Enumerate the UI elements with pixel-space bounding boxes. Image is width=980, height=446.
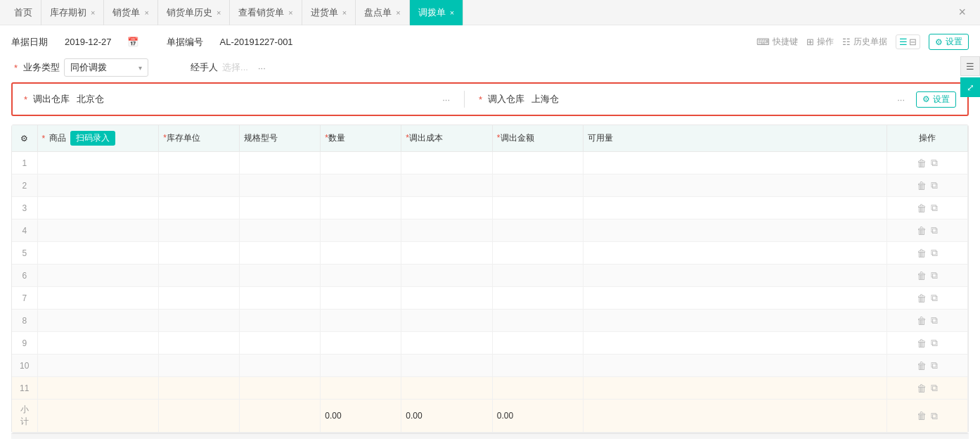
qty-cell[interactable] — [321, 174, 401, 197]
cost-cell[interactable] — [401, 242, 492, 265]
unit-cell[interactable] — [159, 174, 240, 197]
product-cell[interactable] — [37, 287, 159, 310]
product-cell[interactable] — [37, 332, 159, 355]
product-cell[interactable] — [37, 174, 159, 197]
delete-icon[interactable]: 🗑 — [917, 180, 927, 191]
amount-cell[interactable] — [492, 377, 583, 400]
product-cell[interactable] — [37, 310, 159, 332]
unit-cell[interactable] — [159, 265, 240, 287]
delete-icon[interactable]: 🗑 — [917, 360, 927, 371]
copy-icon[interactable]: ⧉ — [931, 337, 938, 349]
tab-inventory-check[interactable]: 盘点单 × — [356, 0, 409, 25]
spec-cell[interactable] — [240, 174, 321, 197]
amount-cell[interactable] — [492, 174, 583, 197]
spec-cell[interactable] — [240, 265, 321, 287]
amount-cell[interactable] — [492, 310, 583, 332]
copy-icon[interactable]: ⧉ — [931, 269, 938, 281]
product-cell[interactable] — [37, 197, 159, 219]
unit-cell[interactable] — [159, 377, 240, 400]
unit-cell[interactable] — [159, 355, 240, 377]
person-select[interactable]: 选择... — [222, 61, 248, 74]
tab-home[interactable]: 首页 — [6, 0, 41, 25]
unit-cell[interactable] — [159, 219, 240, 242]
qty-cell[interactable] — [321, 310, 401, 332]
tab-transfer-order[interactable]: 调拨单 × — [410, 0, 463, 25]
spec-cell[interactable] — [240, 332, 321, 355]
qty-cell[interactable] — [321, 355, 401, 377]
subtotal-copy-icon[interactable]: ⧉ — [931, 410, 938, 422]
layout-toggle[interactable]: ☰ ⊟ — [896, 34, 920, 49]
copy-icon[interactable]: ⧉ — [931, 382, 938, 394]
unit-cell[interactable] — [159, 332, 240, 355]
calendar-icon[interactable]: 📅 — [127, 37, 138, 47]
tab-view-sales[interactable]: 查看销货单 × — [230, 0, 302, 25]
product-cell[interactable] — [37, 242, 159, 265]
history-action[interactable]: ☷ 历史单据 — [842, 36, 887, 48]
unit-cell[interactable] — [159, 152, 240, 174]
settings-button[interactable]: ⚙ 设置 — [929, 34, 969, 50]
delete-icon[interactable]: 🗑 — [917, 225, 927, 236]
amount-cell[interactable] — [492, 242, 583, 265]
in-warehouse-more-btn[interactable]: ··· — [897, 94, 905, 105]
amount-cell[interactable] — [492, 355, 583, 377]
unit-cell[interactable] — [159, 242, 240, 265]
operate-action[interactable]: ⊞ 操作 — [806, 36, 834, 48]
cost-cell[interactable] — [401, 219, 492, 242]
tab-close-view-sales[interactable]: × — [288, 8, 292, 17]
scan-button[interactable]: 扫码录入 — [70, 131, 115, 146]
amount-cell[interactable] — [492, 219, 583, 242]
qty-cell[interactable] — [321, 197, 401, 219]
cost-cell[interactable] — [401, 377, 492, 400]
tab-close-inventory-init[interactable]: × — [91, 8, 95, 17]
delete-icon[interactable]: 🗑 — [917, 158, 927, 169]
cost-cell[interactable] — [401, 310, 492, 332]
delete-icon[interactable]: 🗑 — [917, 338, 927, 349]
copy-icon[interactable]: ⧉ — [931, 314, 938, 326]
cost-cell[interactable] — [401, 174, 492, 197]
tab-close-sales-history[interactable]: × — [217, 8, 221, 17]
tab-close-sales-order[interactable]: × — [144, 8, 148, 17]
amount-cell[interactable] — [492, 265, 583, 287]
copy-icon[interactable]: ⧉ — [931, 292, 938, 304]
shortcut-action[interactable]: ⌨ 快捷键 — [756, 36, 798, 48]
amount-cell[interactable] — [492, 197, 583, 219]
qty-cell[interactable] — [321, 377, 401, 400]
copy-icon[interactable]: ⧉ — [931, 359, 938, 371]
tab-inventory-init[interactable]: 库存期初 × — [41, 0, 104, 25]
qty-cell[interactable] — [321, 219, 401, 242]
cost-cell[interactable] — [401, 265, 492, 287]
product-cell[interactable] — [37, 265, 159, 287]
unit-cell[interactable] — [159, 197, 240, 219]
copy-icon[interactable]: ⧉ — [931, 247, 938, 259]
amount-cell[interactable] — [492, 287, 583, 310]
window-close-button[interactable]: × — [950, 5, 974, 20]
sidebar-list-btn[interactable]: ☰ — [960, 56, 980, 76]
spec-cell[interactable] — [240, 310, 321, 332]
cost-cell[interactable] — [401, 332, 492, 355]
product-cell[interactable] — [37, 219, 159, 242]
spec-cell[interactable] — [240, 287, 321, 310]
business-type-select[interactable]: 同价调拨 ▾ — [64, 58, 148, 77]
product-cell[interactable] — [37, 152, 159, 174]
delete-icon[interactable]: 🗑 — [917, 203, 927, 214]
spec-cell[interactable] — [240, 355, 321, 377]
copy-icon[interactable]: ⧉ — [931, 224, 938, 236]
cost-cell[interactable] — [401, 287, 492, 310]
qty-cell[interactable] — [321, 287, 401, 310]
delete-icon[interactable]: 🗑 — [917, 315, 927, 326]
tab-close-inventory-check[interactable]: × — [396, 8, 400, 17]
copy-icon[interactable]: ⧉ — [931, 202, 938, 214]
cost-cell[interactable] — [401, 152, 492, 174]
cost-cell[interactable] — [401, 197, 492, 219]
delete-icon[interactable]: 🗑 — [917, 248, 927, 259]
unit-cell[interactable] — [159, 287, 240, 310]
copy-icon[interactable]: ⧉ — [931, 179, 938, 191]
tab-close-purchase-order[interactable]: × — [342, 8, 347, 17]
qty-cell[interactable] — [321, 152, 401, 174]
out-warehouse-more-btn[interactable]: ··· — [442, 94, 450, 105]
spec-cell[interactable] — [240, 152, 321, 174]
delete-icon[interactable]: 🗑 — [917, 293, 927, 304]
person-more-btn[interactable]: ··· — [258, 63, 266, 73]
qty-cell[interactable] — [321, 332, 401, 355]
product-cell[interactable] — [37, 377, 159, 400]
